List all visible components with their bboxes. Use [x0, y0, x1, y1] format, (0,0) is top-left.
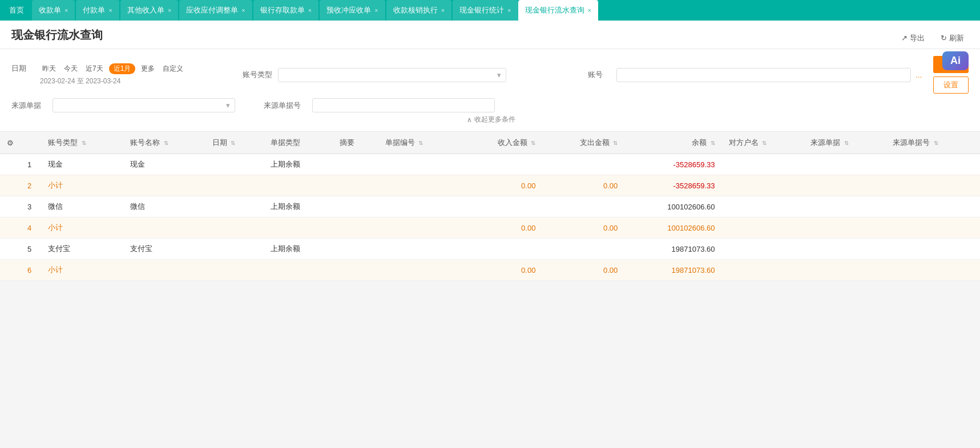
close-icon[interactable]: × — [441, 7, 445, 14]
date-chip-custom[interactable]: 自定义 — [160, 63, 185, 74]
col-date-label: 日期 — [212, 138, 227, 147]
ai-badge[interactable]: Ai — [942, 51, 969, 70]
refresh-label: 刷新 — [949, 33, 964, 43]
nav-tab-ar-ap-adj[interactable]: 应收应付调整单 × — [179, 0, 252, 21]
home-tab-label: 首页 — [9, 5, 24, 15]
export-button[interactable]: ↗ 导出 — [897, 31, 929, 46]
table-row[interactable]: 1现金现金上期余额-3528659.33 — [0, 154, 980, 175]
col-income-label: 收入金额 — [498, 138, 527, 147]
nav-tab-verify[interactable]: 收款核销执行 × — [386, 0, 451, 21]
close-icon[interactable]: × — [588, 7, 591, 14]
close-icon[interactable]: × — [308, 7, 312, 14]
nav-tab-home[interactable]: 首页 — [2, 0, 31, 21]
source-doc-no-label: 来源单据号 — [264, 100, 301, 111]
row-no-cell: 6 — [21, 260, 41, 281]
row-counterparty-cell — [722, 239, 804, 260]
row-doc-type-cell — [264, 217, 333, 239]
sort-icon-account-name: ⇅ — [164, 140, 168, 146]
close-icon[interactable]: × — [108, 7, 112, 14]
col-date[interactable]: 日期 ⇅ — [205, 132, 264, 154]
account-input[interactable] — [616, 68, 911, 82]
row-balance-cell: 100102606.60 — [624, 217, 721, 239]
nav-tab-bank-deposit[interactable]: 银行存取款单 × — [253, 0, 318, 21]
row-summary-cell — [333, 239, 378, 260]
col-expense[interactable]: 支出金额 ⇅ — [542, 132, 624, 154]
date-chip-7days[interactable]: 近7天 — [83, 63, 106, 74]
row-settings-cell — [0, 175, 21, 196]
row-income-cell: 0.00 — [460, 217, 542, 239]
row-summary-cell — [333, 196, 378, 217]
row-settings-cell — [0, 239, 21, 260]
col-settings[interactable]: ⚙ — [0, 132, 21, 154]
row-income-cell: 0.00 — [460, 175, 542, 196]
data-table: ⚙ 账号类型 ⇅ 账号名称 ⇅ 日期 ⇅ 单据类型 — [0, 132, 980, 281]
row-income-cell: 0.00 — [460, 260, 542, 281]
col-account-type[interactable]: 账号类型 ⇅ — [41, 132, 123, 154]
row-summary-cell — [333, 154, 378, 175]
col-account-name[interactable]: 账号名称 ⇅ — [123, 132, 205, 154]
nav-tab-receipt[interactable]: 收款单 × — [32, 0, 75, 21]
nav-tab-other-income[interactable]: 其他收入单 × — [120, 0, 178, 21]
table-row[interactable]: 2小计0.000.00-3528659.33 — [0, 175, 980, 196]
settings-button[interactable]: 设置 — [933, 76, 969, 94]
nav-tab-payment[interactable]: 付款单 × — [76, 0, 119, 21]
row-source-doc-cell — [804, 196, 886, 217]
row-settings-cell — [0, 196, 21, 217]
other-income-tab-label: 其他收入单 — [127, 5, 164, 15]
close-icon[interactable]: × — [374, 7, 378, 14]
sort-icon-source-doc: ⇅ — [844, 140, 849, 146]
col-doc-no[interactable]: 单据编号 ⇅ — [378, 132, 461, 154]
close-icon[interactable]: × — [507, 7, 511, 14]
table-row[interactable]: 6小计0.000.0019871073.60 — [0, 260, 980, 281]
col-account-type-label: 账号类型 — [48, 138, 78, 147]
nav-tab-stats[interactable]: 现金银行统计 × — [453, 0, 518, 21]
row-counterparty-cell — [722, 260, 804, 281]
page-title: 现金银行流水查询 — [11, 27, 103, 49]
date-chip-yesterday[interactable]: 昨天 — [40, 63, 58, 74]
refresh-button[interactable]: ↻ 刷新 — [936, 31, 969, 46]
row-doc-no-cell — [378, 239, 461, 260]
row-account-type-cell: 小计 — [41, 260, 123, 281]
close-icon[interactable]: × — [168, 7, 171, 14]
row-doc-type-cell: 上期余额 — [264, 196, 333, 217]
col-source-doc[interactable]: 来源单据 ⇅ — [804, 132, 886, 154]
col-balance-label: 余额 — [692, 138, 707, 147]
row-date-cell — [205, 217, 264, 239]
row-date-cell — [205, 239, 264, 260]
date-range-display: 2023-02-24 至 2023-03-24 — [40, 76, 185, 86]
row-account-name-cell — [123, 260, 205, 281]
close-icon[interactable]: × — [64, 7, 68, 14]
table-row[interactable]: 5支付宝支付宝上期余额19871073.60 — [0, 239, 980, 260]
row-income-cell — [460, 154, 542, 175]
close-icon[interactable]: × — [241, 7, 245, 14]
row-account-type-cell: 现金 — [41, 154, 123, 175]
nav-tab-flow-query[interactable]: 现金银行流水查询 × — [518, 0, 598, 21]
row-doc-no-cell — [378, 260, 461, 281]
sort-icon-income: ⇅ — [531, 140, 535, 146]
table-row[interactable]: 3微信微信上期余额100102606.60 — [0, 196, 980, 217]
sort-icon-source-doc-no: ⇅ — [934, 140, 938, 146]
collapse-bar[interactable]: ∧ 收起更多条件 — [11, 112, 969, 124]
source-doc-no-input[interactable] — [312, 98, 495, 112]
nav-tab-prepay[interactable]: 预收冲应收单 × — [320, 0, 385, 21]
date-chip-more[interactable]: 更多 — [139, 63, 157, 74]
more-options-button[interactable]: ... — [916, 71, 922, 79]
row-summary-cell — [333, 217, 378, 239]
col-counterparty[interactable]: 对方户名 ⇅ — [722, 132, 804, 154]
row-settings-cell — [0, 217, 21, 239]
export-icon: ↗ — [901, 34, 908, 42]
col-balance[interactable]: 余额 ⇅ — [624, 132, 721, 154]
row-settings-cell — [0, 154, 21, 175]
col-doc-type[interactable]: 单据类型 — [264, 132, 333, 154]
col-source-doc-no[interactable]: 来源单据号 ⇅ — [886, 132, 980, 154]
date-chip-1month[interactable]: 近1月 — [109, 63, 136, 74]
row-no-cell: 1 — [21, 154, 41, 175]
table-row[interactable]: 4小计0.000.00100102606.60 — [0, 217, 980, 239]
col-income[interactable]: 收入金额 ⇅ — [460, 132, 542, 154]
row-source-doc-cell — [804, 217, 886, 239]
source-doc-select[interactable]: ▾ — [53, 98, 235, 112]
row-source-doc-cell — [804, 175, 886, 196]
account-type-select[interactable]: ▾ — [278, 68, 506, 82]
row-expense-cell — [542, 239, 624, 260]
date-chip-today[interactable]: 今天 — [62, 63, 80, 74]
